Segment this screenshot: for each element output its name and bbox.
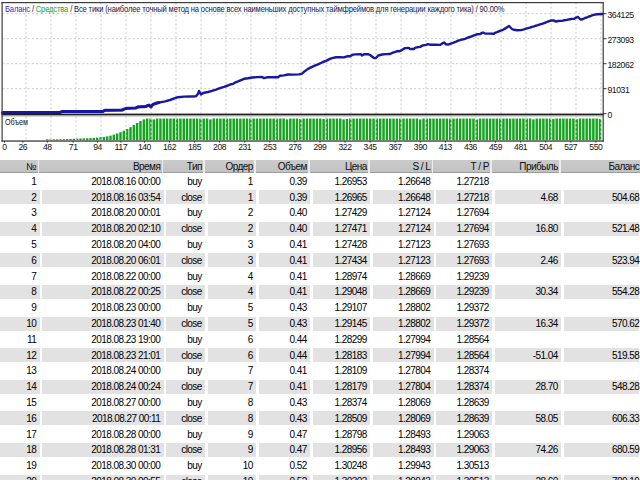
svg-text:413: 413: [439, 141, 453, 152]
svg-text:322: 322: [339, 141, 352, 152]
svg-text:71: 71: [69, 141, 78, 152]
svg-text:26: 26: [19, 141, 29, 152]
svg-text:91031: 91031: [608, 84, 630, 95]
svg-text:436: 436: [464, 141, 478, 152]
svg-text:253: 253: [263, 141, 277, 152]
svg-text:94: 94: [93, 141, 103, 152]
svg-text:390: 390: [414, 141, 428, 152]
svg-text:48: 48: [43, 141, 53, 152]
svg-text:140: 140: [138, 141, 152, 152]
svg-text:231: 231: [238, 141, 251, 152]
svg-text:367: 367: [389, 141, 402, 152]
svg-text:527: 527: [564, 141, 577, 152]
svg-text:299: 299: [313, 141, 326, 152]
svg-text:550: 550: [589, 141, 603, 152]
svg-text:504: 504: [539, 141, 553, 152]
svg-text:273093: 273093: [608, 34, 635, 45]
svg-text:117: 117: [114, 141, 127, 152]
svg-text:364125: 364125: [608, 9, 635, 20]
svg-text:208: 208: [213, 141, 227, 152]
svg-text:185: 185: [188, 141, 202, 152]
svg-text:459: 459: [489, 141, 502, 152]
svg-text:Объем: Объем: [5, 116, 28, 127]
svg-text:345: 345: [364, 141, 378, 152]
svg-text:182062: 182062: [608, 59, 634, 70]
svg-text:276: 276: [288, 141, 302, 152]
svg-text:0: 0: [2, 141, 7, 152]
svg-text:0: 0: [608, 109, 613, 120]
svg-text:162: 162: [163, 141, 176, 152]
svg-text:481: 481: [514, 141, 527, 152]
